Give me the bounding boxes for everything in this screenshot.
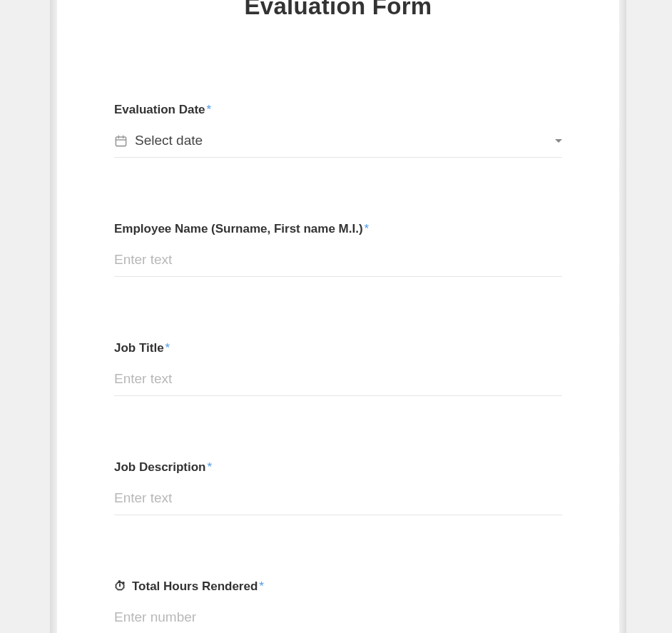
field-job-description: Job Description * (114, 460, 562, 515)
svg-rect-0 (116, 136, 126, 146)
employee-name-input-row (114, 252, 562, 277)
label-evaluation-date-text: Evaluation Date (114, 103, 205, 117)
field-employee-name: Employee Name (Surname, First name M.I.)… (114, 222, 562, 277)
form-area: Evaluation Date * Select date (57, 103, 619, 625)
stopwatch-icon: ⏱ (114, 579, 126, 594)
job-description-input-row (114, 490, 562, 515)
job-title-input-row (114, 371, 562, 396)
calendar-icon (114, 134, 128, 148)
label-job-description: Job Description * (114, 460, 562, 475)
total-hours-input-row (114, 609, 562, 625)
required-mark: * (207, 460, 212, 475)
label-evaluation-date: Evaluation Date * (114, 103, 562, 117)
label-total-hours: ⏱ Total Hours Rendered * (114, 579, 562, 594)
required-mark: * (166, 341, 170, 355)
label-job-title-text: Job Title (114, 341, 164, 355)
required-mark: * (207, 103, 212, 117)
label-total-hours-text: Total Hours Rendered (132, 579, 258, 594)
required-mark: * (259, 579, 264, 594)
total-hours-input[interactable] (114, 609, 562, 625)
job-description-input[interactable] (114, 490, 562, 506)
chevron-down-icon (555, 137, 562, 145)
job-title-input[interactable] (114, 371, 562, 387)
required-mark: * (365, 222, 370, 236)
date-input[interactable]: Select date (114, 133, 562, 158)
card-shadow-left (50, 0, 57, 633)
form-card: Evaluation Form Evaluation Date * Select… (57, 0, 619, 633)
field-evaluation-date: Evaluation Date * Select date (114, 103, 562, 158)
field-job-title: Job Title * (114, 341, 562, 396)
employee-name-input[interactable] (114, 252, 562, 268)
label-job-description-text: Job Description (114, 460, 205, 475)
field-total-hours: ⏱ Total Hours Rendered * (114, 579, 562, 625)
label-job-title: Job Title * (114, 341, 562, 355)
label-employee-name-text: Employee Name (Surname, First name M.I.) (114, 222, 363, 236)
form-title: Evaluation Form (57, 0, 619, 20)
card-shadow-right (619, 0, 626, 633)
label-employee-name: Employee Name (Surname, First name M.I.)… (114, 222, 562, 236)
date-placeholder-text: Select date (135, 133, 555, 148)
